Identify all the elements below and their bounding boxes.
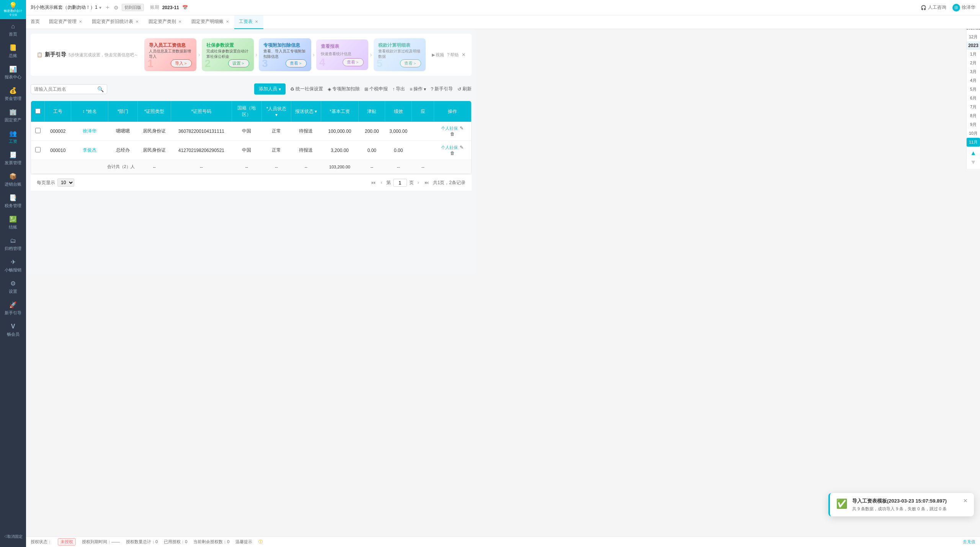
- per-page-select[interactable]: 10 20 50: [57, 178, 74, 187]
- guide-label: 新手引导: [434, 86, 453, 92]
- summary-dash-1: --: [138, 160, 171, 174]
- summary-ops: [434, 160, 471, 174]
- expense-icon: ✈: [11, 258, 16, 266]
- row2-checkbox[interactable]: [35, 147, 41, 152]
- arrow-3-4: ›: [311, 51, 316, 58]
- chevron-down-icon[interactable]: ▾: [99, 5, 101, 10]
- ops-dropdown-icon: ▾: [424, 87, 426, 92]
- next-page-btn[interactable]: ›: [416, 179, 421, 186]
- guide-button[interactable]: ? 新手引导: [431, 86, 453, 92]
- first-page-btn[interactable]: ⏮: [369, 179, 377, 186]
- export-button[interactable]: ↑ 导出: [392, 86, 405, 92]
- settings-gear-icon[interactable]: ⚙: [114, 5, 119, 11]
- sidebar-item-stock[interactable]: 📦 进销台账: [0, 169, 26, 191]
- wizard-subtitle: 5步快速完成设置，快去完善信息吧～: [69, 52, 138, 58]
- tab-assets-mgmt[interactable]: 固定资产管理 ✕: [44, 15, 87, 29]
- row2-send: 待报送: [291, 141, 321, 160]
- sidebar-item-finance[interactable]: 💰 资金管理: [0, 83, 26, 105]
- deduction-label: 专项附加扣除: [332, 86, 360, 92]
- arrow-4-5: ›: [368, 51, 373, 58]
- tabs-bar: 首页 固定资产管理 ✕ 固定资产折旧统计表 ✕ 固定资产类别 ✕ 固定资产明细账…: [26, 15, 490, 29]
- th-id-type: *证照类型: [138, 101, 171, 122]
- sidebar-item-expense[interactable]: ✈ 小畅报销: [0, 255, 26, 273]
- calendar-icon[interactable]: 📅: [182, 5, 188, 10]
- wizard-close-btn[interactable]: ✕: [462, 52, 466, 57]
- social-insurance-button[interactable]: ♻ 统一社保设置: [290, 86, 323, 92]
- tab-assets-category-close[interactable]: ✕: [178, 19, 182, 24]
- row2-delete-icon[interactable]: 🗑: [449, 150, 456, 156]
- wizard-step-1: 导入员工工资信息 人员信息及工资数据新增导入 1 导入＞: [144, 38, 196, 71]
- account-name: 刘小艳演示账套（勿删勿动！）1: [31, 4, 98, 11]
- tab-home[interactable]: 首页: [26, 15, 44, 29]
- row2-social-link[interactable]: 个人社保: [441, 145, 458, 150]
- tab-assets-category[interactable]: 固定资产类别 ✕: [144, 15, 187, 29]
- summary-label: 合计共（2）人: [31, 160, 138, 174]
- row1-ops: 个人社保 ✎ 🗑: [434, 122, 471, 141]
- sidebar-item-ledger[interactable]: 📒 总账: [0, 41, 26, 62]
- sidebar-item-home[interactable]: ⌂ 首页: [0, 19, 26, 41]
- step1-btn[interactable]: 导入＞: [171, 59, 192, 67]
- home-icon: ⌂: [11, 23, 15, 30]
- sidebar-item-close[interactable]: 💹 结账: [0, 212, 26, 233]
- sidebar-item-archive[interactable]: 🗂 归档管理: [0, 233, 26, 255]
- logo-icon: 💡: [9, 2, 17, 9]
- step2-btn[interactable]: 设置＞: [228, 59, 249, 67]
- sidebar-label-ledger: 总账: [9, 53, 17, 59]
- row2-edit-icon[interactable]: ✎: [459, 145, 464, 150]
- th-send: 报送状态 ▾: [291, 101, 321, 122]
- add-account-icon[interactable]: ＋: [105, 3, 111, 11]
- tab-assets-ledger[interactable]: 固定资产明细账 ✕: [187, 15, 234, 29]
- video-btn[interactable]: ▶ 视频: [432, 52, 444, 58]
- step5-btn[interactable]: 查看＞: [400, 59, 421, 67]
- step4-btn[interactable]: 查看＞: [343, 58, 364, 66]
- help-btn[interactable]: ? 帮助: [447, 52, 459, 58]
- wizard-box: 📋 新手引导 5步快速完成设置，快去完善信息吧～ 导入员工工资信息 人员信息及工…: [31, 34, 472, 76]
- tab-payroll-close[interactable]: ✕: [254, 19, 259, 24]
- search-input[interactable]: [34, 87, 97, 92]
- sidebar-label-archive: 归档管理: [5, 246, 21, 251]
- row2-perf: 0.00: [385, 141, 412, 160]
- row1-nation: 中国: [232, 122, 261, 141]
- special-deduction-button[interactable]: ◈ 专项附加扣除: [328, 86, 360, 92]
- last-page-btn[interactable]: ⏭: [423, 179, 431, 186]
- tax-report-button[interactable]: ⊞ 个税申报: [364, 86, 388, 92]
- sidebar-item-invoice[interactable]: 🧾 发票管理: [0, 148, 26, 169]
- row1-name-link[interactable]: 徐泽华: [83, 128, 96, 134]
- ops-label: 操作: [413, 86, 423, 92]
- row2-no: 000010: [45, 141, 71, 160]
- select-all-checkbox[interactable]: [35, 108, 41, 114]
- row2-dept: 总经办: [108, 141, 137, 160]
- tab-assets-mgmt-close[interactable]: ✕: [78, 19, 83, 24]
- tab-payroll[interactable]: 工资表 ✕: [234, 15, 263, 29]
- app-logo[interactable]: 💡 畅捷通好会计 专业版: [0, 0, 26, 19]
- row1-delete-icon[interactable]: 🗑: [449, 131, 456, 137]
- sidebar-item-tax[interactable]: 📑 税务管理: [0, 191, 26, 212]
- sidebar-item-payroll[interactable]: 👥 工资: [0, 126, 26, 148]
- switch-version-button[interactable]: 切到旧版: [122, 4, 144, 11]
- tab-depreciation-close[interactable]: ✕: [135, 19, 139, 24]
- step3-btn[interactable]: 查看＞: [286, 59, 307, 67]
- th-name[interactable]: ↕ *姓名: [71, 101, 108, 122]
- tab-home-label: 首页: [31, 18, 40, 25]
- tab-assets-ledger-close[interactable]: ✕: [225, 19, 230, 24]
- row1-social-link[interactable]: 个人社保: [441, 126, 458, 131]
- row1-edit-icon[interactable]: ✎: [459, 126, 464, 131]
- row2-name-link[interactable]: 李俊杰: [83, 147, 96, 153]
- th-ops: 操作: [434, 101, 471, 122]
- tab-depreciation[interactable]: 固定资产折旧统计表 ✕: [87, 15, 144, 29]
- deduction-icon: ◈: [328, 87, 331, 92]
- sidebar-item-assets[interactable]: 🏢 固定资产: [0, 105, 26, 126]
- add-employee-button[interactable]: 添加人员 ▾: [254, 83, 286, 95]
- row1-check: [31, 122, 45, 141]
- video-icon: ▶: [432, 52, 435, 57]
- operations-button[interactable]: ≡ 操作 ▾: [410, 86, 426, 92]
- search-icon[interactable]: 🔍: [97, 86, 104, 92]
- search-box[interactable]: 🔍: [31, 84, 107, 94]
- row1-checkbox[interactable]: [35, 128, 41, 133]
- prev-page-btn[interactable]: ‹: [379, 179, 384, 186]
- refresh-button[interactable]: ↺ 刷新: [457, 86, 472, 92]
- page-number-input[interactable]: [393, 179, 407, 187]
- summary-row: 合计共（2）人 -- -- -- -- -- 103,200.00 -- -- …: [31, 160, 471, 174]
- sidebar-item-reports[interactable]: 📊 报表中心: [0, 62, 26, 83]
- wizard-title: 新手引导: [45, 51, 66, 58]
